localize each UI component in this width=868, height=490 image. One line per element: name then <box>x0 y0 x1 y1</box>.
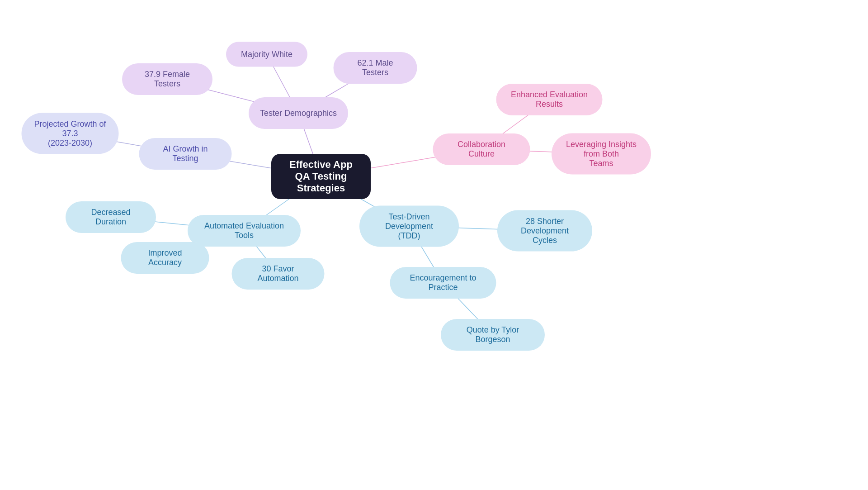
auto-eval-node[interactable]: Automated Evaluation Tools <box>188 215 301 247</box>
ai-growth-node[interactable]: AI Growth in Testing <box>139 138 232 170</box>
decreased-dur-node[interactable]: Decreased Duration <box>66 201 156 233</box>
improved-acc-node[interactable]: Improved Accuracy <box>121 242 209 274</box>
tdd-node[interactable]: Test-Driven Development (TDD) <box>359 206 459 247</box>
enhanced-eval-node[interactable]: Enhanced Evaluation Results <box>496 84 603 115</box>
center-node[interactable]: Effective App QA Testing Strategies <box>271 154 371 199</box>
female-testers-node[interactable]: 37.9 Female Testers <box>122 63 212 95</box>
favor-auto-node[interactable]: 30 Favor Automation <box>232 258 325 290</box>
encouragement-node[interactable]: Encouragement to Practice <box>390 267 496 299</box>
projected-growth-node[interactable]: Projected Growth of 37.3 (2023-2030) <box>22 113 119 154</box>
shorter-dev-node[interactable]: 28 Shorter Development Cycles <box>497 210 592 252</box>
majority-white-node[interactable]: Majority White <box>226 42 307 67</box>
male-testers-node[interactable]: 62.1 Male Testers <box>334 52 417 84</box>
mind-map-canvas: Effective App QA Testing StrategiesTeste… <box>0 0 868 490</box>
tester-demo-node[interactable]: Tester Demographics <box>249 97 348 129</box>
collab-culture-node[interactable]: Collaboration Culture <box>433 133 530 165</box>
quote-node[interactable]: Quote by Tylor Borgeson <box>441 319 545 351</box>
leveraging-node[interactable]: Leveraging Insights from Both Teams <box>552 133 651 175</box>
